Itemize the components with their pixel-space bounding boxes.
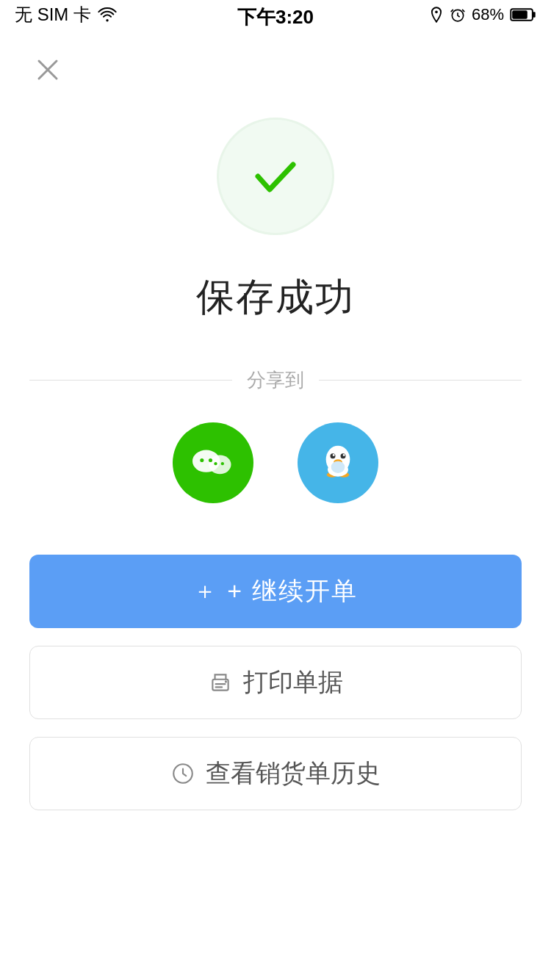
success-icon-circle [217,118,334,235]
status-time: 下午3:20 [237,4,314,30]
plus-icon: ＋ [193,575,217,608]
svg-rect-25 [215,686,223,688]
location-icon [429,7,444,23]
svg-point-16 [333,454,335,456]
printer-icon [208,670,233,695]
share-icons [173,422,378,503]
divider-right [319,380,522,381]
carrier-text: 无 SIM 卡 [15,3,91,26]
continue-label: + 继续开单 [227,574,357,608]
print-button[interactable]: 打印单据 [29,646,522,719]
wechat-icon [187,437,239,489]
clock-icon [170,761,195,786]
status-left: 无 SIM 卡 [15,3,118,26]
history-button[interactable]: 查看销货单历史 [29,737,522,810]
divider-left [29,380,232,381]
svg-point-15 [341,453,346,458]
svg-point-8 [209,455,231,475]
svg-rect-3 [533,12,536,18]
status-bar: 无 SIM 卡 下午3:20 68% [0,0,551,29]
close-button[interactable] [29,51,66,88]
battery-icon [510,7,536,22]
svg-point-0 [435,11,438,14]
print-label: 打印单据 [243,666,343,699]
wechat-share-button[interactable] [173,422,253,503]
share-label: 分享到 [247,367,304,393]
svg-rect-24 [215,683,226,685]
svg-point-9 [200,458,204,462]
success-title: 保存成功 [196,272,355,323]
share-divider: 分享到 [29,367,522,393]
svg-point-17 [343,454,345,456]
battery-percent: 68% [472,5,504,24]
alarm-icon [450,7,466,23]
main-content: 保存成功 分享到 [0,29,551,810]
qq-share-button[interactable] [298,422,378,503]
svg-point-26 [225,680,227,682]
svg-rect-4 [512,10,527,19]
action-buttons: ＋ + 继续开单 打印单据 查看销货单历史 [29,555,522,810]
status-right: 68% [429,5,536,24]
qq-icon [312,437,364,489]
checkmark-icon [246,147,305,206]
svg-point-14 [331,453,336,458]
svg-point-10 [209,458,212,462]
history-label: 查看销货单历史 [206,757,381,790]
wifi-icon [97,7,118,22]
continue-button[interactable]: ＋ + 继续开单 [29,555,522,628]
svg-point-11 [214,462,217,465]
svg-point-22 [331,461,345,473]
svg-point-12 [221,462,224,465]
